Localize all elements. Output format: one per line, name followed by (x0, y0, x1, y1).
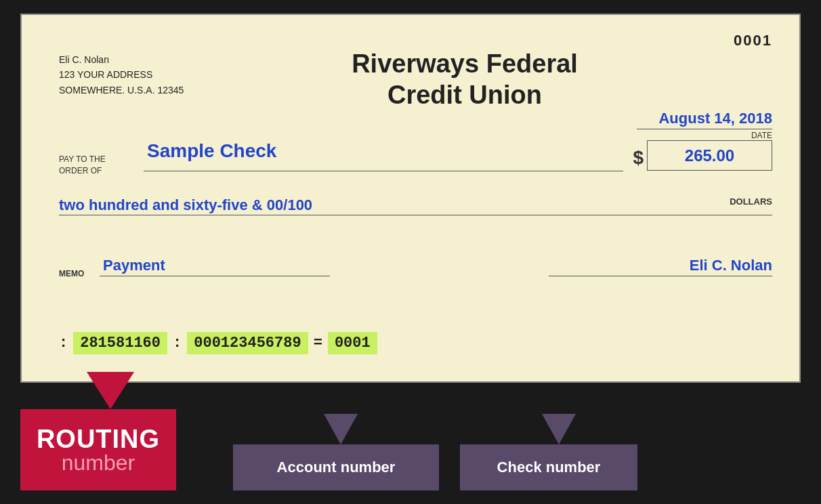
dollars-label: DOLLARS (730, 196, 772, 207)
payer-name: Eli C. Nolan (59, 52, 184, 67)
date-value: August 14, 2018 (637, 110, 772, 127)
check-number-arrow (542, 414, 576, 444)
date-area: August 14, 2018 DATE (637, 110, 772, 140)
micr-close-symbol: : (173, 335, 182, 352)
memo-label: MEMO (59, 269, 84, 278)
account-label-text: Account number (277, 459, 396, 476)
bank-name: Riverways Federal Credit Union (279, 49, 650, 110)
payer-address1: 123 YOUR ADDRESS (59, 67, 184, 82)
micr-account: 000123456789 (187, 332, 308, 354)
routing-title: ROUTING (37, 426, 160, 452)
check-number-top: 0001 (734, 32, 772, 49)
payer-address2: SOMEWHERE. U.S.A. 12345 (59, 83, 184, 98)
micr-open-symbol: : (59, 335, 68, 352)
micr-line: : 281581160 : 000123456789 = 0001 (59, 332, 772, 354)
routing-arrow (87, 372, 134, 409)
signature-value: Eli C. Nolan (690, 257, 772, 274)
check-number-label: Check number (460, 444, 637, 490)
pay-to-value: Sample Check (147, 140, 276, 162)
memo-value: Payment (103, 257, 165, 274)
micr-check-num: 0001 (328, 332, 377, 354)
dollar-sign: $ (633, 147, 644, 169)
written-amount: two hundred and sixty-five & 00/100 (59, 196, 312, 214)
check-document: 0001 Eli C. Nolan 123 YOUR ADDRESS SOMEW… (20, 14, 801, 383)
pay-to-label: PAY TO THE ORDER OF (59, 154, 106, 177)
account-label: Account number (233, 444, 439, 490)
check-label-text: Check number (497, 459, 601, 476)
account-arrow (324, 414, 358, 444)
routing-label: ROUTING number (20, 409, 176, 490)
date-label: DATE (637, 131, 772, 140)
amount-value: 265.00 (685, 146, 734, 165)
micr-routing: 281581160 (73, 332, 167, 354)
micr-equals-symbol: = (314, 335, 322, 352)
routing-subtitle: number (62, 452, 135, 474)
payer-info: Eli C. Nolan 123 YOUR ADDRESS SOMEWHERE.… (59, 52, 184, 98)
amount-box: 265.00 (647, 140, 772, 171)
